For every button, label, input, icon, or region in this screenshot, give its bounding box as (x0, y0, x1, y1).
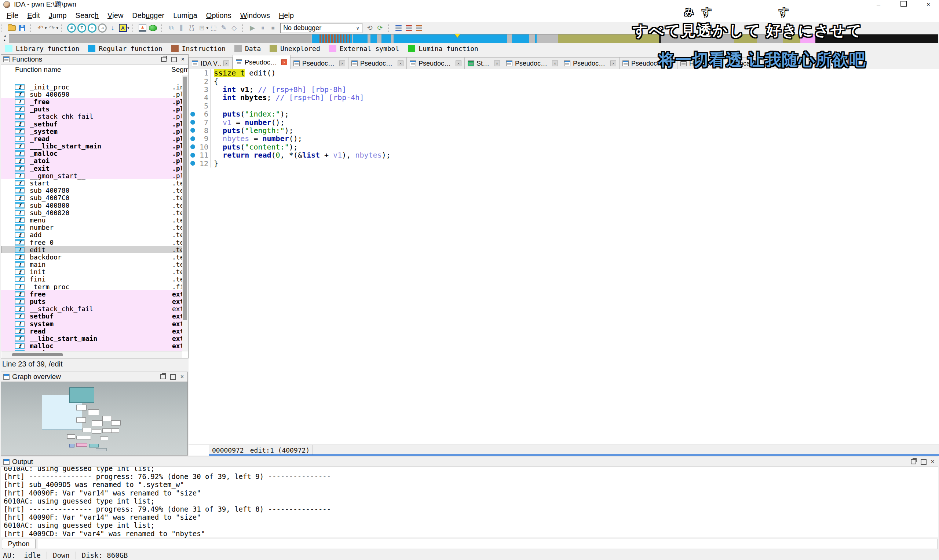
code-line-8[interactable]: 8 puts("length:"); (188, 126, 939, 134)
maximize-panel-icon[interactable] (171, 57, 177, 62)
breakpoint-dot[interactable] (190, 120, 195, 125)
close-panel-icon[interactable]: × (180, 375, 184, 379)
function-row-sub_4007C0[interactable]: fsub_4007C0.text (1, 194, 188, 202)
function-row-free[interactable]: ffreeextern (1, 290, 188, 298)
python-interpreter-button[interactable]: Python (2, 539, 35, 549)
pseudocode-view[interactable]: 1ssize_t edit()2{3 int v1; // [rsp+8h] [… (188, 69, 939, 445)
tab-hex-9[interactable]: Hex V…× (677, 57, 724, 70)
function-row-sub_400820[interactable]: fsub_400820.text (1, 209, 188, 216)
start-process-icon[interactable]: ▶ (248, 23, 257, 32)
close-tab-icon[interactable]: × (839, 60, 844, 66)
tab-pseudo-1[interactable]: Pseudoc…× (233, 55, 290, 70)
code-line-9[interactable]: 9 nbytes = number(); (188, 134, 939, 143)
breakpoint-dot[interactable] (190, 112, 195, 117)
menu-jump[interactable]: Jump (45, 9, 71, 22)
ascii-strings-icon-dropdown[interactable]: ▾ (127, 26, 130, 31)
tab-ida-0[interactable]: IDA V…× (188, 57, 233, 70)
tab-strings-5[interactable]: St…× (465, 57, 503, 70)
function-row-_exit[interactable]: f_exit.plt (1, 165, 188, 172)
close-tab-icon[interactable]: × (281, 59, 287, 65)
tab-exports-12[interactable]: Ex…× (809, 57, 848, 70)
output-log[interactable]: 6010AC: using guessed type int list;[hrt… (1, 467, 938, 538)
float-panel-icon[interactable] (911, 459, 916, 465)
function-row-malloc[interactable]: fmallocextern (1, 342, 188, 350)
function-row-__stack_chk_fail[interactable]: f__stack_chk_failextern (1, 305, 188, 312)
open-file-icon[interactable] (7, 23, 16, 32)
function-row-__libc_start_main[interactable]: f__libc_start_mainextern (1, 335, 188, 342)
tab-pseudo-2[interactable]: Pseudoc…× (290, 57, 348, 70)
code-line-3[interactable]: 3 int v1; // [rsp+8h] [rbp-8h] (188, 85, 939, 94)
color-instruction-icon[interactable]: ▲ (138, 23, 147, 32)
function-row-_read[interactable]: f_read.plt (1, 135, 188, 142)
function-row-fini[interactable]: ffini.text (1, 275, 188, 283)
code-line-7[interactable]: 7 v1 = number(); (188, 118, 939, 126)
function-row-_puts[interactable]: f_puts.plt (1, 106, 188, 113)
menu-options[interactable]: Options (202, 9, 236, 22)
close-panel-icon[interactable]: × (181, 57, 185, 62)
save-icon[interactable] (18, 23, 26, 32)
function-row-sub_400800[interactable]: fsub_400800.text (1, 202, 188, 209)
breakpoint-slot[interactable] (190, 71, 195, 75)
pause-process-icon[interactable]: ⏸ (258, 23, 267, 32)
hex-window-icon[interactable]: # (67, 23, 76, 32)
function-row-___libc_start_main[interactable]: f___libc_start_main.plt (1, 143, 188, 150)
float-panel-icon[interactable] (161, 57, 167, 62)
close-tab-icon[interactable]: × (552, 60, 558, 66)
function-row-backdoor[interactable]: fbackdoor.text (1, 253, 188, 261)
breakpoint-slot[interactable] (190, 87, 195, 92)
menu-file[interactable]: File (2, 9, 23, 22)
code-line-10[interactable]: 10 puts("content:"); (188, 143, 939, 151)
graph-overview-canvas[interactable] (1, 382, 187, 455)
function-row-_init_proc[interactable]: f_init_proc.init (1, 83, 188, 91)
tab-pseudo-4[interactable]: Pseudoc…× (407, 57, 465, 70)
tab-pseudo-3[interactable]: Pseudoc…× (348, 57, 407, 70)
close-tab-icon[interactable]: × (456, 60, 461, 66)
close-tab-icon[interactable]: × (224, 60, 229, 66)
menu-search[interactable]: Search (71, 9, 103, 22)
function-row-puts[interactable]: fputsextern (1, 298, 188, 305)
column-function-name[interactable]: Function name (1, 66, 171, 74)
menu-help[interactable]: Help (274, 9, 298, 22)
debugger-select[interactable]: No debugger∨ (280, 23, 362, 33)
close-tab-icon[interactable]: × (800, 60, 805, 66)
close-panel-icon[interactable]: × (931, 460, 934, 464)
menu-windows[interactable]: Windows (236, 9, 274, 22)
stop-process-icon[interactable]: ⏹ (268, 23, 277, 32)
create-function-icon[interactable]: ⧉ (167, 23, 176, 32)
function-row-start[interactable]: fstart.text (1, 179, 188, 186)
functions-horizontal-scrollbar[interactable] (2, 351, 182, 358)
edit-pencil-icon[interactable]: ✎ (219, 23, 228, 32)
functions-list-header[interactable]: Function name Segment (1, 65, 188, 75)
column-segment[interactable]: Segment (171, 66, 188, 74)
code-line-12[interactable]: 12} (188, 159, 939, 167)
run-until-return-icon[interactable]: ⟳ (376, 23, 384, 32)
function-row-_malloc[interactable]: f_malloc.plt (1, 150, 188, 157)
close-tab-icon[interactable]: × (762, 60, 768, 66)
windows-list-icon-dropdown[interactable]: ▾ (207, 26, 209, 31)
code-line-5[interactable]: 5 (188, 102, 939, 110)
recent-scripts-icon[interactable] (394, 23, 403, 32)
function-row-number[interactable]: fnumber.text (1, 224, 188, 231)
function-row-_free[interactable]: f_free.plt (1, 98, 188, 105)
close-tab-icon[interactable]: × (339, 60, 345, 66)
close-icon[interactable]: × (924, 1, 933, 8)
close-tab-icon[interactable]: × (668, 60, 674, 66)
code-line-1[interactable]: 1ssize_t edit() (188, 69, 939, 77)
nav-back-icon-dropdown[interactable]: ▾ (45, 26, 47, 31)
breakpoint-dot[interactable] (190, 161, 195, 166)
step-over-icon[interactable]: ⟲ (365, 23, 374, 32)
menu-lumina[interactable]: Lumina (169, 9, 202, 22)
function-row-sub_400780[interactable]: fsub_400780.text (1, 187, 188, 194)
band-scroll-arrows[interactable]: ◂▸ (2, 34, 8, 43)
names-window-icon[interactable]: ≡ (88, 23, 97, 32)
close-tab-icon[interactable]: × (398, 60, 404, 66)
menu-debugger[interactable]: Debugger (128, 9, 169, 22)
tab-pseudo-8[interactable]: Pseudoc…× (620, 57, 677, 70)
function-row-_atoi[interactable]: f_atoi.plt (1, 157, 188, 165)
menu-edit[interactable]: Edit (23, 9, 44, 22)
function-row-atoi[interactable]: fatoiextern (1, 350, 188, 351)
function-row-system[interactable]: fsystemextern (1, 320, 188, 327)
jump-address-icon[interactable]: ➜ (98, 23, 107, 32)
scrollbar-thumb[interactable] (12, 353, 63, 356)
tab-pseudo-6[interactable]: Pseudoc…× (503, 57, 561, 70)
